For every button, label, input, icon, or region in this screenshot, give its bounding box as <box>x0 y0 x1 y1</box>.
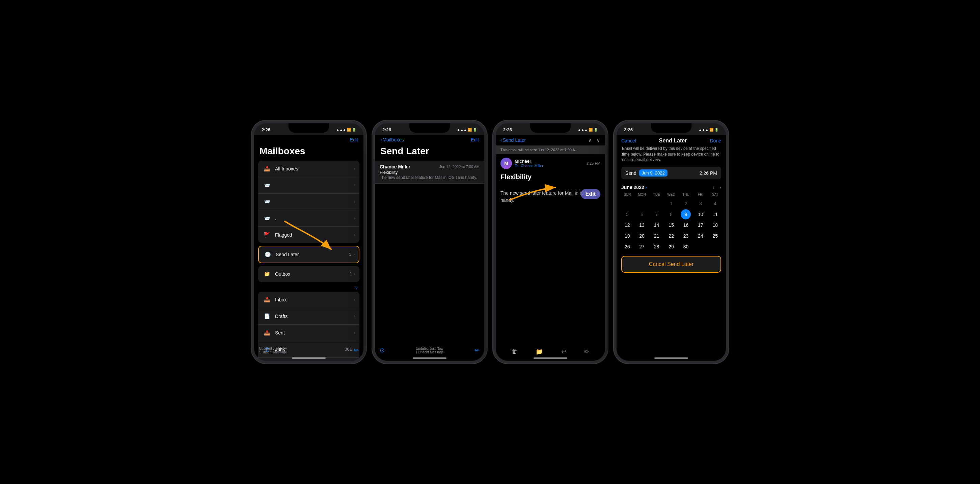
send-row: Send Jun 9, 2022 2:26 PM <box>621 167 721 179</box>
cal-day-22[interactable]: 22 <box>666 231 676 241</box>
cal-day-9-today[interactable]: 9 <box>681 209 691 220</box>
cal-day-14[interactable]: 14 <box>652 220 662 230</box>
next-arrow[interactable]: ∨ <box>596 137 600 143</box>
email-list-item-1[interactable]: Chance Miller Jun 12, 2022 at 7:00 AM Fl… <box>375 161 484 184</box>
cal-hdr-thu: THU <box>679 192 693 197</box>
footer-2: ⊙ Updated Just Now 1 Unsent Message ✏ <box>375 347 484 354</box>
cal-day-11[interactable]: 11 <box>710 209 720 220</box>
cal-day-25[interactable]: 25 <box>710 231 720 241</box>
sent-chevron: › <box>354 330 355 335</box>
footer-text-2: Updated Just Now 1 Unsent Message <box>415 347 444 354</box>
email-detail-title: Flexibility <box>496 172 605 183</box>
outbox-chevron: › <box>354 272 355 276</box>
cal-week-5: 26 27 28 29 30 <box>620 242 722 252</box>
next-month-btn[interactable]: › <box>719 185 721 190</box>
folder-tool-icon[interactable]: 📁 <box>536 348 543 355</box>
all-inboxes-icon: 📥 <box>262 164 272 174</box>
send-date-pill[interactable]: Jun 9, 2022 <box>639 169 668 177</box>
chevron-icon-5: › <box>354 232 355 237</box>
cal-day-27[interactable]: 27 <box>637 242 647 252</box>
cancel-button-4[interactable]: Cancel <box>621 138 636 143</box>
cal-day-empty3 <box>652 199 662 209</box>
phone-3: 2:26 ▲▲▲ 📶 🔋 ‹ Send Later ∧ ∨ This email… <box>493 121 608 363</box>
send-time-val[interactable]: 2:26 PM <box>700 170 717 176</box>
send-later-item[interactable]: 🕐 Send Later 1 › <box>258 246 360 263</box>
back-button-2[interactable]: ‹ Mailboxes <box>380 137 404 142</box>
cal-day-5[interactable]: 5 <box>622 209 632 220</box>
cal-day-30[interactable]: 30 <box>681 242 691 252</box>
status-icons-3: ▲▲▲ 📶 🔋 <box>578 128 598 132</box>
cal-day-6[interactable]: 6 <box>637 209 647 220</box>
send-label: Send <box>625 170 636 176</box>
sent-item[interactable]: 📤 Sent › <box>258 325 360 341</box>
cal-day-19[interactable]: 19 <box>622 231 632 241</box>
cal-day-8[interactable]: 8 <box>666 209 676 220</box>
outbox-item[interactable]: 📁 Outbox 1 › <box>258 266 360 282</box>
month-header: June 2022 › ‹ › <box>617 183 726 192</box>
cal-day-13[interactable]: 13 <box>637 220 647 230</box>
email-sender-2: Chance Miller <box>380 164 410 169</box>
picker-nav: Cancel Send Later Done <box>617 135 726 146</box>
cal-day-1[interactable]: 1 <box>666 199 676 209</box>
cal-day-2[interactable]: 2 <box>681 199 691 209</box>
list-item-mb2[interactable]: 📨 › <box>258 177 360 194</box>
cal-day-3[interactable]: 3 <box>695 199 706 209</box>
home-indicator-1 <box>292 357 326 359</box>
status-icons-1: ▲▲▲ 📶 🔋 <box>336 128 356 132</box>
prev-month-btn[interactable]: ‹ <box>713 185 714 190</box>
cal-day-21[interactable]: 21 <box>652 231 662 241</box>
cal-hdr-sun: SUN <box>620 192 635 197</box>
back-button-3[interactable]: ‹ Send Later <box>500 137 526 143</box>
drafts-label: Drafts <box>275 314 354 319</box>
phone-2: 2:26 ▲▲▲ 📶 🔋 ‹ Mailboxes Edit Send Later… <box>372 121 487 363</box>
date-picker-screen: Cancel Send Later Done Email will be del… <box>617 135 726 361</box>
cal-day-26[interactable]: 26 <box>622 242 632 252</box>
compose-icon-1[interactable]: ✏ <box>354 347 359 354</box>
edit-bubble[interactable]: Edit <box>581 189 600 199</box>
list-item-mb3[interactable]: 📨 › <box>258 194 360 210</box>
phones-container: 2:26 ▲▲▲ 📶 🔋 Edit Mailboxes 📥 All Inboxe… <box>251 121 729 363</box>
cal-day-17[interactable]: 17 <box>695 220 706 230</box>
cal-day-16[interactable]: 16 <box>681 220 691 230</box>
cal-day-29[interactable]: 29 <box>666 242 676 252</box>
edit-button-1[interactable]: Edit <box>350 137 358 142</box>
sender-to-3[interactable]: To: Chance Miller <box>515 164 584 168</box>
collapse-btn[interactable]: ∨ <box>254 285 363 291</box>
month-expand-icon[interactable]: › <box>646 185 647 190</box>
edit-button-2[interactable]: Edit <box>471 137 479 142</box>
cal-day-4[interactable]: 4 <box>710 199 720 209</box>
drafts-item[interactable]: 📄 Drafts › <box>258 308 360 325</box>
cal-day-18[interactable]: 18 <box>710 220 720 230</box>
drafts-icon: 📄 <box>262 312 272 321</box>
filter-icon-2[interactable]: ⊙ <box>380 347 385 354</box>
cal-day-24[interactable]: 24 <box>695 231 706 241</box>
notch-3 <box>530 123 571 133</box>
cancel-send-later-btn[interactable]: Cancel Send Later <box>621 256 721 273</box>
cal-day-20[interactable]: 20 <box>637 231 647 241</box>
done-button-4[interactable]: Done <box>710 138 721 143</box>
send-later-row[interactable]: 🕐 Send Later 1 › <box>259 247 359 263</box>
cal-day-empty <box>622 199 632 209</box>
page-title-2: Send Later <box>375 145 484 161</box>
cal-day-10[interactable]: 10 <box>695 209 706 220</box>
sender-info: Michael To: Chance Miller <box>515 159 584 168</box>
list-item-mb4[interactable]: 📨 . › <box>258 210 360 227</box>
cal-day-23[interactable]: 23 <box>681 231 691 241</box>
compose-tool-icon[interactable]: ✏ <box>584 348 589 355</box>
reply-tool-icon[interactable]: ↩ <box>561 348 566 355</box>
compose-icon-2[interactable]: ✏ <box>474 347 480 354</box>
prev-arrow[interactable]: ∧ <box>588 137 592 143</box>
time-1: 2:26 <box>261 127 270 132</box>
list-item-flagged[interactable]: 🚩 Flagged › <box>258 227 360 243</box>
inbox-item[interactable]: 📥 Inbox › <box>258 291 360 308</box>
cal-day-15[interactable]: 15 <box>666 220 676 230</box>
inbox-icon: 📥 <box>262 295 272 304</box>
email-header: Chance Miller Jun 12, 2022 at 7:00 AM <box>380 164 480 169</box>
cal-day-12[interactable]: 12 <box>622 220 632 230</box>
cal-day-28[interactable]: 28 <box>652 242 662 252</box>
cal-day-7[interactable]: 7 <box>652 209 662 220</box>
month-arrows: ‹ › <box>713 185 721 190</box>
time-2: 2:26 <box>382 127 391 132</box>
trash-tool-icon[interactable]: 🗑 <box>512 348 518 355</box>
list-item-all-inboxes[interactable]: 📥 All Inboxes › <box>258 161 360 177</box>
